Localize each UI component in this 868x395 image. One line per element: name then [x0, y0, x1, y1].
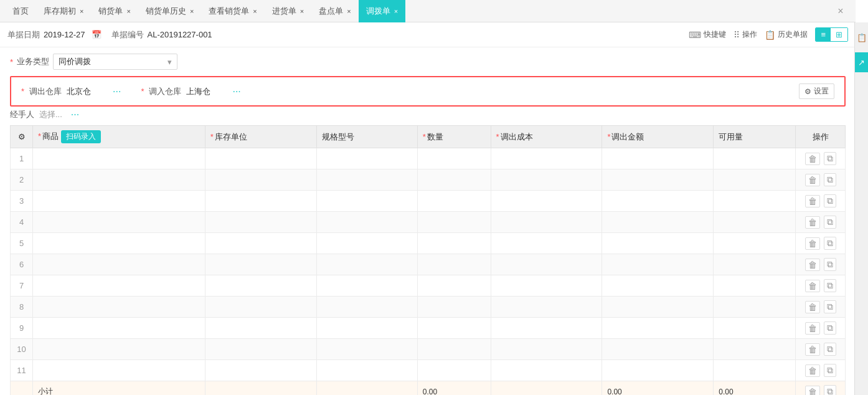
shortcut-action[interactable]: ⌨ 快捷键: [689, 29, 726, 40]
sidebar-list-icon[interactable]: 📋: [855, 27, 869, 47]
tab-sales-history[interactable]: 销货单历史 ×: [138, 0, 201, 22]
sidebar-expand-icon[interactable]: ↗: [855, 52, 869, 72]
history-icon: 📋: [765, 30, 775, 40]
table-row: 7 🗑⧉: [11, 275, 846, 297]
table-row: 1 🗑 ⧉: [11, 148, 846, 169]
delete-row-button[interactable]: 🗑: [805, 237, 820, 250]
tab-bar: 首页 库存期初 × 销货单 × 销货单历史 × 查看销货单 × 进货单 × 盘点…: [0, 0, 856, 22]
delete-row-button[interactable]: 🗑: [805, 322, 820, 335]
delete-row-button[interactable]: 🗑: [805, 343, 820, 356]
table-header-row: ⚙ *商品 扫码录入 *库存单位 规格型号 *数量 *调出成本: [11, 126, 846, 148]
unit-column-header: *库存单位: [205, 126, 316, 148]
copy-row-button[interactable]: ⧉: [824, 216, 836, 229]
transfer-in-more-button[interactable]: ···: [232, 86, 240, 97]
close-icon[interactable]: ×: [394, 7, 398, 15]
gear-column-header[interactable]: ⚙: [11, 126, 33, 148]
scan-button[interactable]: 扫码录入: [61, 130, 101, 143]
delete-row-button[interactable]: 🗑: [805, 195, 820, 207]
product-column-header: *商品 扫码录入: [33, 126, 205, 148]
view-toggle: ≡ ⊞: [815, 27, 848, 42]
close-icon[interactable]: ×: [347, 7, 351, 15]
toolbar: 单据日期 2019-12-27 📅 单据编号 AL-20191227-001 ⌨…: [0, 22, 856, 47]
delete-row-button[interactable]: 🗑: [805, 153, 820, 165]
transfer-out-more-button[interactable]: ···: [113, 86, 121, 97]
close-icon[interactable]: ×: [80, 7, 83, 15]
delete-row-button[interactable]: 🗑: [805, 174, 820, 186]
copy-row-button[interactable]: ⧉: [824, 152, 836, 165]
subtotal-amount: 0.00: [714, 381, 796, 396]
copy-row-button[interactable]: ⧉: [824, 279, 836, 292]
quantity-column-header: *数量: [417, 126, 491, 148]
person-more-button[interactable]: ···: [71, 109, 79, 120]
close-icon[interactable]: ×: [300, 7, 304, 15]
close-icon[interactable]: ×: [190, 7, 194, 15]
person-placeholder[interactable]: 选择...: [39, 109, 62, 120]
date-field: 单据日期 2019-12-27 📅: [7, 29, 101, 40]
chevron-down-icon: ▾: [167, 57, 172, 67]
person-row: 经手人 选择... ···: [0, 107, 856, 123]
table-row: 2 🗑⧉: [11, 169, 846, 191]
delete-row-button[interactable]: 🗑: [805, 386, 820, 396]
copy-row-button[interactable]: ⧉: [824, 258, 836, 271]
close-icon[interactable]: ×: [126, 7, 130, 15]
copy-row-button[interactable]: ⧉: [824, 237, 836, 250]
operation-column-header: 操作: [796, 126, 846, 148]
settings-icon: ⚙: [804, 87, 811, 96]
subtotal-label: 小计: [33, 381, 205, 396]
settings-button[interactable]: ⚙ 设置: [799, 83, 834, 99]
spec-column-header: 规格型号: [316, 126, 417, 148]
delete-row-button[interactable]: 🗑: [805, 280, 820, 292]
history-action[interactable]: 📋 历史单据: [765, 29, 808, 40]
copy-row-button[interactable]: ⧉: [824, 364, 836, 377]
copy-row-button[interactable]: ⧉: [824, 343, 836, 356]
tab-view-sales[interactable]: 查看销货单 ×: [201, 0, 264, 22]
business-type-field: * 业务类型 同价调拨 ▾: [10, 54, 177, 70]
operation-icon: ⠿: [734, 30, 740, 40]
available-column-header: 可用量: [714, 126, 796, 148]
number-field: 单据编号 AL-20191227-001: [111, 29, 212, 40]
warehouse-section: * 调出仓库 北京仓 ··· * 调入仓库 上海仓 ··· ⚙ 设置: [10, 76, 846, 107]
table-wrap: ⚙ *商品 扫码录入 *库存单位 规格型号 *数量 *调出成本: [0, 125, 856, 395]
delete-row-button[interactable]: 🗑: [805, 259, 820, 271]
copy-row-button[interactable]: ⧉: [824, 385, 836, 395]
tab-inventory[interactable]: 盘点单 ×: [311, 0, 358, 22]
list-view-button[interactable]: ≡: [816, 28, 831, 41]
transfer-out-field: * 调出仓库 北京仓 ···: [21, 86, 121, 97]
calendar-icon[interactable]: 📅: [92, 30, 101, 39]
shortcut-icon: ⌨: [689, 30, 701, 40]
amount-column-header: *调出金额: [602, 126, 714, 148]
delete-row-button[interactable]: 🗑: [805, 364, 820, 377]
tab-sales-order[interactable]: 销货单 ×: [91, 0, 138, 22]
table-row: 6 🗑⧉: [11, 254, 846, 275]
table-row: 11 🗑⧉: [11, 360, 846, 381]
tab-transfer[interactable]: 调拨单 ×: [359, 0, 405, 22]
transfer-in-field: * 调入仓库 上海仓 ···: [141, 86, 240, 97]
copy-row-button[interactable]: ⧉: [824, 194, 836, 207]
subtotal-cost: 0.00: [602, 381, 714, 396]
close-icon[interactable]: ×: [253, 7, 257, 15]
table-row: 9 🗑⧉: [11, 318, 846, 339]
business-type-input[interactable]: 同价调拨 ▾: [53, 54, 177, 70]
tab-stock-init[interactable]: 库存期初 ×: [36, 0, 91, 22]
tab-purchase[interactable]: 进货单 ×: [265, 0, 311, 22]
table-row: 3 🗑⧉: [11, 191, 846, 212]
table-row: 8 🗑⧉: [11, 297, 846, 318]
window-close-button[interactable]: ×: [831, 1, 851, 21]
right-sidebar: 📋 ↗: [854, 22, 868, 395]
delete-row-button[interactable]: 🗑: [805, 301, 820, 313]
operation-action[interactable]: ⠿ 操作: [734, 29, 757, 40]
data-table: ⚙ *商品 扫码录入 *库存单位 规格型号 *数量 *调出成本: [10, 125, 846, 395]
copy-row-button[interactable]: ⧉: [824, 300, 836, 313]
subtotal-row: 小计 0.00 0.00 0.00 🗑⧉: [11, 381, 846, 396]
grid-view-button[interactable]: ⊞: [831, 28, 847, 41]
table-row: 10 🗑⧉: [11, 339, 846, 360]
tab-home[interactable]: 首页: [5, 0, 36, 22]
cost-column-header: *调出成本: [491, 126, 602, 148]
table-row: 5 🗑⧉: [11, 233, 846, 254]
table-row: 4 🗑⧉: [11, 212, 846, 233]
delete-row-button[interactable]: 🗑: [805, 216, 820, 229]
copy-row-button[interactable]: ⧉: [824, 321, 836, 335]
subtotal-quantity: 0.00: [417, 381, 491, 396]
copy-row-button[interactable]: ⧉: [824, 173, 836, 186]
form-section: * 业务类型 同价调拨 ▾: [0, 47, 856, 76]
